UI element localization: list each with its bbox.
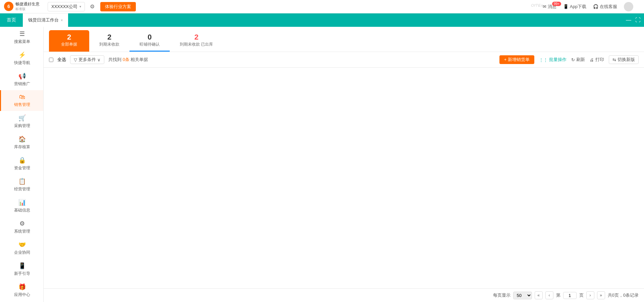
switch-label: 切换新版 (618, 57, 635, 63)
stat-tab-overdue[interactable]: 2 到期未收款 (89, 30, 129, 52)
found-suffix: 相关单据 (130, 57, 148, 62)
per-page-select[interactable]: 50 100 200 (513, 292, 532, 299)
online-service-item[interactable]: 🎧 在线客服 (593, 4, 617, 10)
sidebar-label-search-menu: 搜索菜单 (14, 39, 30, 45)
sidebar-item-inventory[interactable]: 🏠 库存核算 (0, 132, 43, 153)
add-sales-order-button[interactable]: + 新增销货单 (499, 55, 534, 64)
marketing-icon: 📢 (18, 72, 26, 80)
maximize-icon[interactable]: ⛶ (635, 17, 641, 23)
last-page-button[interactable]: » (597, 291, 605, 299)
user-avatar[interactable] (624, 2, 633, 11)
sidebar-label-inventory: 库存核算 (14, 144, 30, 150)
sales-icon: 🛍 (19, 94, 25, 101)
operations-icon: 📋 (18, 178, 26, 185)
sidebar-label-basic-info: 基础信息 (14, 207, 30, 213)
sidebar-item-operations[interactable]: 📋 经营管理 (0, 174, 43, 195)
page-number-input[interactable] (563, 292, 577, 299)
switch-version-button[interactable]: ⇆ 切换新版 (609, 55, 639, 64)
tab-close-icon[interactable]: × (61, 18, 63, 22)
filter-arrow-icon: ∨ (97, 57, 101, 62)
logo-icon: 6 (4, 2, 13, 11)
content-area: 2 全部单据 2 到期未收款 0 旺铺待确认 2 到期未收款 已出库 全选 ▽ … (44, 27, 644, 302)
minimize-icon[interactable]: — (626, 17, 631, 23)
stat-num-overdue: 2 (107, 33, 111, 42)
sidebar-item-system[interactable]: ⚙ 系统管理 (0, 217, 43, 238)
refresh-button[interactable]: ↻ 刷新 (571, 57, 585, 63)
total-records-label: 共0页，0条记录 (608, 292, 639, 298)
stat-tab-all[interactable]: 2 全部单据 (49, 30, 89, 52)
watermark: OfTEn (531, 3, 543, 7)
company-name: XXXXXX公司 (51, 4, 77, 10)
stat-tab-overdue-shipped[interactable]: 2 到期未收款 已出库 (170, 30, 223, 52)
sidebar-item-funds[interactable]: 🔒 资金管理 (0, 153, 43, 174)
sidebar-label-operations: 经营管理 (14, 186, 30, 192)
stat-num-pending: 0 (148, 33, 152, 42)
sidebar-label-quick-nav: 快捷导航 (14, 60, 30, 66)
per-page-label: 每页显示 (493, 292, 511, 298)
stat-label-pending: 旺铺待确认 (140, 42, 160, 47)
print-button[interactable]: 🖨 打印 (590, 57, 604, 63)
settings-icon[interactable]: ⚙ (88, 2, 97, 11)
sidebar-label-marketing: 营销推广 (14, 81, 30, 87)
batch-label: 批量操作 (549, 57, 567, 63)
stat-tab-pending[interactable]: 0 旺铺待确认 (129, 30, 170, 52)
stat-label-overdue-shipped: 到期未收款 已出库 (180, 42, 213, 47)
company-dropdown-arrow: ▾ (79, 5, 81, 8)
filter-button[interactable]: ▽ 更多条件 ∨ (70, 55, 104, 64)
purchase-icon: 🛒 (18, 114, 26, 122)
stat-num-overdue-shipped: 2 (195, 33, 199, 42)
messages-item[interactable]: ✉ 消息 99+ (543, 4, 556, 10)
company-selector[interactable]: XXXXXX公司 ▾ (48, 2, 85, 11)
toolbar-right: + 新增销货单 ⋮⋮ 批量操作 ↻ 刷新 🖨 打印 ⇆ 切换新版 (499, 55, 639, 64)
stat-num-all: 2 (67, 33, 71, 42)
app-download-item[interactable]: 📱 App下载 (563, 4, 586, 10)
experience-button[interactable]: 体验行业方案 (100, 2, 136, 11)
basic-info-icon: 📊 (18, 199, 26, 206)
sidebar-label-app-center: 应用中心 (14, 292, 30, 298)
sidebar-item-purchase[interactable]: 🛒 采购管理 (0, 111, 43, 132)
select-all-checkbox[interactable] (49, 58, 53, 62)
tab-home[interactable]: 首页 (0, 13, 23, 27)
sidebar-item-app-center[interactable]: 🎁 应用中心 (0, 280, 43, 301)
sidebar-item-basic-info[interactable]: 📊 基础信息 (0, 195, 43, 217)
tab-active[interactable]: 钱货日清工作台 × (23, 13, 68, 27)
sidebar-item-sales[interactable]: 🛍 销售管理 (0, 90, 43, 111)
batch-operation-button[interactable]: ⋮⋮ 批量操作 (539, 57, 567, 63)
print-label: 打印 (595, 57, 604, 63)
sidebar-item-quick-nav[interactable]: ⚡ 快捷导航 (0, 48, 43, 69)
prev-page-button[interactable]: ‹ (545, 291, 553, 299)
tab-bar: 首页 钱货日清工作台 × — ⛶ (0, 13, 644, 27)
system-icon: ⚙ (19, 220, 25, 227)
logo-area: 6 畅捷通好生意 标准版 (4, 2, 48, 11)
service-icon: 🎧 (593, 4, 598, 9)
next-page-button[interactable]: › (586, 291, 594, 299)
tab-active-label: 钱货日清工作台 (28, 17, 59, 23)
stat-label-overdue: 到期未收款 (99, 42, 119, 47)
main-layout: ☰ 搜索菜单 ⚡ 快捷导航 📢 营销推广 🛍 销售管理 🛒 采购管理 🏠 库存核… (0, 27, 644, 302)
page-suffix: 页 (579, 292, 584, 298)
messages-badge: 99+ (552, 2, 561, 6)
found-prefix: 共找到 (108, 57, 121, 62)
pagination: 每页显示 50 100 200 « ‹ 第 页 › » 共0页，0条记录 (44, 288, 644, 302)
cooperation-icon: 🤝 (18, 241, 26, 248)
online-service-label: 在线客服 (600, 4, 617, 10)
sidebar-item-marketing[interactable]: 📢 营销推广 (0, 69, 43, 90)
refresh-label: 刷新 (576, 57, 585, 63)
sidebar-item-cooperation[interactable]: 🤝 企业协同 (0, 238, 43, 259)
phone-icon: 📱 (563, 4, 569, 9)
batch-icon: ⋮⋮ (539, 57, 548, 62)
first-page-button[interactable]: « (535, 291, 543, 299)
app-center-icon: 🎁 (18, 283, 26, 291)
stat-label-all: 全部单据 (61, 42, 77, 47)
tab-bar-actions: — ⛶ (626, 17, 644, 23)
found-text: 共找到 0条 相关单据 (108, 57, 148, 63)
logo-title: 畅捷通好生意 (15, 2, 40, 6)
top-right-actions: ✉ 消息 99+ 📱 App下载 🎧 在线客服 (543, 2, 640, 11)
select-all-label: 全选 (57, 57, 66, 63)
sidebar-item-search-menu[interactable]: ☰ 搜索菜单 (0, 27, 43, 48)
sidebar-label-guide: 新手引导 (14, 271, 30, 277)
quick-nav-icon: ⚡ (18, 51, 26, 59)
sidebar-item-guide[interactable]: 📱 新手引导 (0, 259, 43, 280)
table-area (44, 68, 644, 288)
guide-icon: 📱 (18, 262, 26, 269)
